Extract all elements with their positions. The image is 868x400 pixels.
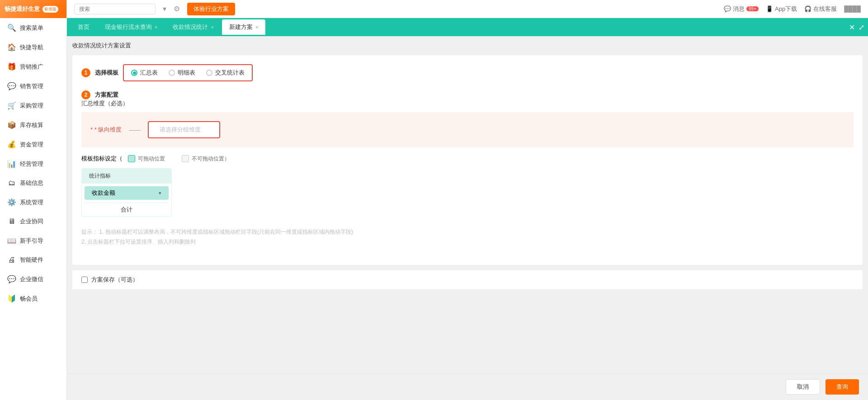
app-download-link[interactable]: 📱 App下载 xyxy=(766,5,797,13)
row-dim-label-text: * 纵向维度 xyxy=(94,126,122,133)
sidebar-item-wechat[interactable]: 💬 企业微信 xyxy=(0,269,66,289)
sidebar-item-label: 销售管理 xyxy=(20,82,43,90)
member-icon: 🔰 xyxy=(7,294,16,303)
sidebar-item-label: 系统管理 xyxy=(20,198,43,207)
tabbar: 首页 现金银行流水查询 × 收款情况统计 × 新建方案 × ✕ ⤢ xyxy=(67,18,868,36)
close-new-plan-icon[interactable]: × xyxy=(255,24,258,30)
online-service-label: 在线客服 xyxy=(813,5,837,13)
indicator-chip-revenue[interactable]: 收款金额 ▾ xyxy=(85,186,169,200)
step1-number: 1 xyxy=(81,68,90,77)
non-draggable-legend: 不可拖动位置） xyxy=(182,155,230,163)
marketing-icon: 🎁 xyxy=(7,62,16,71)
indicator-header: 模板指标设定（ 可拖动位置 不可拖动位置） xyxy=(81,155,854,163)
maximize-icon[interactable]: ⤢ xyxy=(859,23,864,32)
save-checkbox[interactable] xyxy=(81,277,88,283)
dimension-area: * * 纵向维度 —— 请选择分组维度 xyxy=(81,112,854,147)
sidebar-item-label: 采购管理 xyxy=(20,102,43,110)
sidebar-item-quick-nav[interactable]: 🏠 快捷导航 xyxy=(0,38,66,57)
required-asterisk: * xyxy=(90,126,93,133)
industry-plan-button[interactable]: 体验行业方案 xyxy=(187,3,235,15)
sidebar-item-label: 新手引导 xyxy=(20,237,43,245)
step1-title: 选择模板 xyxy=(95,69,118,77)
sidebar-item-label: 搜索菜单 xyxy=(20,24,43,32)
sidebar-item-guide[interactable]: 📖 新手引导 xyxy=(0,231,66,250)
indicator-separator xyxy=(170,155,176,163)
search-menu-icon: 🔍 xyxy=(7,24,16,32)
close-receipt-stat-icon[interactable]: × xyxy=(211,24,213,30)
settings-icon[interactable]: ⚙ xyxy=(174,5,180,13)
save-section: 方案保存（可选） xyxy=(72,270,863,289)
basic-info-icon: 🗂 xyxy=(7,179,16,187)
close-all-tabs-icon[interactable]: ✕ xyxy=(849,23,855,32)
tab-home[interactable]: 首页 xyxy=(71,19,97,35)
system-icon: ⚙️ xyxy=(7,198,16,207)
dropdown-icon[interactable]: ▾ xyxy=(163,5,166,13)
tab-receipt-stat[interactable]: 收款情况统计 × xyxy=(165,19,221,35)
step1-header: 1 选择模板 汇总表 明细表 交叉统计表 xyxy=(81,64,854,81)
finance-icon: 💰 xyxy=(7,140,16,149)
radio-cross[interactable]: 交叉统计表 xyxy=(206,69,245,77)
search-input[interactable] xyxy=(74,4,156,14)
sidebar-item-member[interactable]: 🔰 畅会员 xyxy=(0,289,66,308)
sidebar: 畅捷通好生意 标准版 🔍 搜索菜单 🏠 快捷导航 🎁 营销推广 💬 销售管理 🛒… xyxy=(0,0,67,400)
indicator-section-label: 模板指标设定（ xyxy=(81,155,123,163)
tips-line-2: 2. 点击标题栏下拉可设置排序、插入列和删除列 xyxy=(81,237,854,247)
arrow-separator: —— xyxy=(129,127,141,133)
sidebar-item-hardware[interactable]: 🖨 智能硬件 xyxy=(0,250,66,269)
online-service-link[interactable]: 🎧 在线客服 xyxy=(804,5,837,13)
close-bank-flow-icon[interactable]: × xyxy=(155,24,157,30)
sidebar-item-enterprise[interactable]: 🖥 企业协同 xyxy=(0,212,66,231)
query-button[interactable]: 查询 xyxy=(826,379,859,395)
sidebar-item-basic-info[interactable]: 🗂 基础信息 xyxy=(0,174,66,193)
guide-icon: 📖 xyxy=(7,236,16,245)
sidebar-item-purchase[interactable]: 🛒 采购管理 xyxy=(0,96,66,115)
sidebar-item-marketing[interactable]: 🎁 营销推广 xyxy=(0,57,66,76)
wechat-icon: 💬 xyxy=(7,275,16,283)
radio-summary-label: 汇总表 xyxy=(140,69,158,77)
template-radio-group: 汇总表 明细表 交叉统计表 xyxy=(123,64,253,81)
topbar-right: 💬 消息 99+ 📱 App下载 🎧 在线客服 ████ xyxy=(724,5,861,13)
dimension-select-placeholder: 请选择分组维度 xyxy=(160,126,201,133)
tab-bank-flow-label: 现金银行流水查询 xyxy=(105,23,152,31)
notification-area[interactable]: 💬 消息 99+ xyxy=(724,5,759,13)
radio-summary[interactable]: 汇总表 xyxy=(131,69,158,77)
sidebar-item-operations[interactable]: 📊 经营管理 xyxy=(0,154,66,174)
sales-icon: 💬 xyxy=(7,82,16,90)
non-draggable-legend-box xyxy=(182,155,189,162)
cancel-button[interactable]: 取消 xyxy=(786,379,820,395)
notification-label: 消息 xyxy=(733,5,745,13)
sidebar-item-label: 基础信息 xyxy=(20,179,43,187)
app-download-label: App下载 xyxy=(775,5,797,13)
sidebar-item-label: 营销推广 xyxy=(20,63,43,71)
draggable-legend-label: 可拖动位置 xyxy=(138,155,165,163)
sidebar-item-label: 畅会员 xyxy=(20,295,38,303)
dimension-select[interactable]: 请选择分组维度 xyxy=(148,121,220,138)
sidebar-item-label: 智能硬件 xyxy=(20,256,43,264)
indicator-table: 统计指标 收款金额 ▾ 合计 xyxy=(81,168,172,217)
settings-card: 1 选择模板 汇总表 明细表 交叉统计表 xyxy=(72,55,863,265)
step2-number: 2 xyxy=(81,90,90,99)
page-footer: 取消 查询 xyxy=(67,373,868,400)
tab-home-label: 首页 xyxy=(78,23,90,31)
sidebar-item-label: 企业协同 xyxy=(20,217,43,226)
indicator-total-row: 合计 xyxy=(85,202,169,216)
page-content: 收款情况统计方案设置 1 选择模板 汇总表 明细表 xyxy=(67,36,868,373)
step1-section: 1 选择模板 汇总表 明细表 交叉统计表 xyxy=(81,64,854,81)
sidebar-item-finance[interactable]: 💰 资金管理 xyxy=(0,135,66,154)
tips-line-1: 提示： 1. 拖动标题栏可以调整布局，不可跨维度或指标区域拖动栏目字段(只能在同… xyxy=(81,227,854,237)
tab-bank-flow[interactable]: 现金银行流水查询 × xyxy=(98,19,165,35)
sidebar-item-search-menu[interactable]: 🔍 搜索菜单 xyxy=(0,18,66,38)
radio-detail[interactable]: 明细表 xyxy=(169,69,195,77)
tips-section: 提示： 1. 拖动标题栏可以调整布局，不可跨维度或指标区域拖动栏目字段(只能在同… xyxy=(81,227,854,247)
sidebar-item-system[interactable]: ⚙️ 系统管理 xyxy=(0,193,66,212)
radio-summary-dot xyxy=(131,70,137,76)
step2-section: 2 方案配置 汇总维度（必选） * * 纵向维度 —— xyxy=(81,90,854,247)
tab-receipt-stat-label: 收款情况统计 xyxy=(173,23,208,31)
page-title: 收款情况统计方案设置 xyxy=(72,42,863,50)
user-name: ████ xyxy=(844,5,861,12)
step2-title: 方案配置 xyxy=(95,91,118,99)
tab-new-plan[interactable]: 新建方案 × xyxy=(222,19,265,35)
radio-cross-label: 交叉统计表 xyxy=(215,69,245,77)
sidebar-item-sales[interactable]: 💬 销售管理 xyxy=(0,76,66,96)
sidebar-item-inventory[interactable]: 📦 库存核算 xyxy=(0,115,66,135)
